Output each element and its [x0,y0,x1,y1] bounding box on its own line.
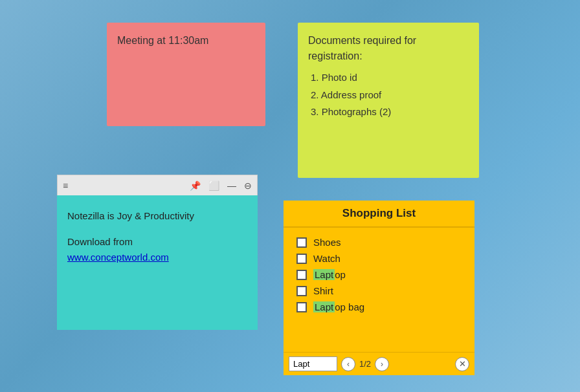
shopping-list-body: Shoes Watch Laptop Shirt Laptop bag [284,228,474,352]
doc-item-3: 3. Photographs (2) [311,105,469,120]
note-notezilla-body: Notezilla is Joy & Productivity Download… [57,195,258,330]
meeting-text: Meeting at 11:30am [117,35,208,46]
prev-button[interactable]: ‹ [341,357,355,371]
item-label-shirt: Shirt [313,285,333,296]
note-meeting: Meeting at 11:30am [107,23,265,126]
shopping-item-shoes: Shoes [296,237,462,248]
checkbox-laptop[interactable] [296,270,307,280]
shopping-item-watch: Watch [296,253,462,264]
notezilla-body-text: Notezilla is Joy & Productivity [67,208,247,224]
notezilla-link[interactable]: www.conceptworld.com [67,252,169,263]
shopping-item-shirt: Shirt [296,285,462,296]
close-icon[interactable]: ⊖ [244,180,252,191]
shopping-list-title: Shopping List [284,201,474,228]
item-label-laptop: Laptop [313,269,346,280]
search-close-button[interactable]: ✕ [455,357,469,371]
item-label-watch: Watch [313,253,340,264]
pin-icon[interactable]: 📌 [190,180,201,191]
checkbox-shirt[interactable] [296,286,307,296]
checkbox-watch[interactable] [296,254,307,264]
shopping-item-laptop-bag: Laptop bag [296,301,462,312]
item-label-laptop-bag: Laptop bag [313,301,364,312]
laptop-highlight: Lapt [313,269,335,280]
documents-list: 1. Photo id 2. Address proof 3. Photogra… [308,71,469,120]
checkbox-laptop-bag[interactable] [296,302,307,312]
laptop-bag-highlight: Lapt [313,301,335,312]
doc-item-1: 1. Photo id [311,71,469,85]
note-notezilla-wrapper: ≡ 📌 ⬜ — ⊖ Notezilla is Joy & Productivit… [57,175,258,330]
nav-count: 1/2 [359,359,371,369]
next-button[interactable]: › [375,357,389,371]
note-shopping-wrapper: Shopping List Shoes Watch Laptop Shirt [284,201,474,375]
resize-icon[interactable]: ⬜ [208,180,219,191]
menu-icon[interactable]: ≡ [63,180,68,191]
shopping-item-laptop: Laptop [296,269,462,280]
doc-item-2: 2. Address proof [311,88,469,103]
documents-title: Documents required for registration: [308,33,469,64]
note-documents: Documents required for registration: 1. … [298,23,479,178]
shopping-footer: ‹ 1/2 › ✕ [284,352,474,375]
note-notezilla-toolbar: ≡ 📌 ⬜ — ⊖ [57,175,258,195]
notezilla-download-label: Download from [67,234,247,250]
item-label-shoes: Shoes [313,237,341,248]
search-input[interactable] [289,356,337,371]
minimize-icon[interactable]: — [227,180,236,191]
checkbox-shoes[interactable] [296,237,307,248]
